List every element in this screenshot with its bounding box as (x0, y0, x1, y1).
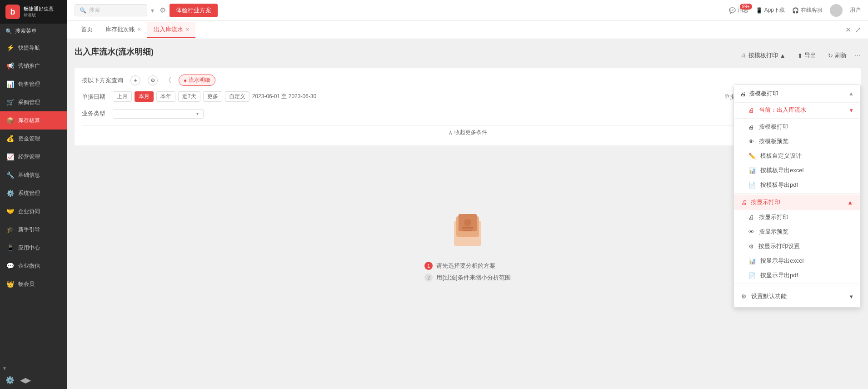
dropdown-template-export-excel[interactable]: 📊 按模板导出excel (734, 163, 860, 178)
message-button[interactable]: 💬 消息 99+ (729, 6, 748, 14)
filter-active-tag[interactable]: ● 流水明细 (179, 75, 215, 86)
filter-settings-button[interactable]: ⚙ (148, 75, 158, 85)
settings-icon[interactable]: ⚙️ (5, 376, 15, 384)
sidebar-item-inventory[interactable]: 📦 库存核算 (0, 111, 67, 130)
date-btn-custom[interactable]: 自定义 (225, 91, 249, 102)
collapse-icon[interactable]: ◀▶ (20, 376, 31, 384)
sidebar-item-system[interactable]: ⚙️ 系统管理 (0, 184, 67, 202)
current-template-arrow: ▾ (850, 107, 853, 114)
tab-batch-account-close[interactable]: × (138, 26, 141, 33)
date-btn-last-month[interactable]: 上月 (113, 91, 132, 102)
apps-icon: 📱 (5, 243, 15, 252)
app-download-button[interactable]: 📱 App下载 (756, 6, 785, 14)
dropdown-header: 🖨 按模板打印 ▲ (734, 85, 860, 103)
tab-flow[interactable]: 出入库流水 × (147, 22, 195, 38)
dropdown-template-preview[interactable]: 👁 按模板预览 (734, 134, 860, 149)
dropdown-display-print[interactable]: 🖨 按显示打印 (734, 210, 860, 224)
dropdown-display-export-pdf[interactable]: 📄 按显示导出pdf (734, 268, 860, 283)
tab-flow-close[interactable]: × (186, 26, 189, 33)
step-number-2: 2 (424, 274, 433, 282)
dropdown-title: 🖨 按模板打印 (740, 90, 778, 98)
current-template-label: 当前：出入库流水 (759, 106, 806, 114)
filter-tag-label: 流水明细 (189, 76, 210, 84)
sidebar-item-label: 快捷导航 (18, 44, 40, 52)
step-1-text: 请先选择要分析的方案 (436, 262, 495, 270)
empty-step-2: 2 用[过滤]条件来缩小分析范围 (424, 274, 510, 282)
close-window-icon[interactable]: ✕ (845, 25, 851, 34)
sidebar-item-label: 应用中心 (18, 244, 40, 252)
sidebar-item-apps[interactable]: 📱 应用中心 (0, 239, 67, 257)
template-pdf-icon: 📄 (748, 182, 756, 189)
maximize-window-icon[interactable]: ⤢ (855, 25, 861, 34)
customer-service-label: 在线客服 (801, 6, 823, 14)
sidebar-item-operations[interactable]: 📈 经营管理 (0, 148, 67, 166)
basic-icon: 🔧 (5, 170, 15, 180)
print-template-button[interactable]: 🖨 按模板打印 ▲ (737, 50, 789, 61)
collapse-icon: ∧ (449, 130, 453, 136)
export-label: 导出 (804, 51, 816, 60)
date-btn-7days[interactable]: 近7天 (178, 91, 200, 102)
refresh-button[interactable]: ↻ 刷新 (824, 50, 850, 61)
sidebar-item-label: 经营管理 (18, 153, 40, 161)
sidebar-item-basic[interactable]: 🔧 基础信息 (0, 166, 67, 184)
template-excel-icon: 📊 (748, 167, 756, 174)
tab-batch-account[interactable]: 库存批次账 × (99, 22, 147, 38)
template-custom-icon: ✏️ (748, 153, 756, 160)
search-icon: 🔍 (80, 7, 86, 14)
filter-collapse-button[interactable]: 《 (165, 76, 171, 85)
user-avatar[interactable] (830, 4, 843, 17)
page-content-area: 出入库流水(流水明细) 🖨 按模板打印 ▲ ⬆ 导出 ↻ 刷新 (67, 39, 868, 389)
sidebar-item-label: 新手引导 (18, 226, 40, 234)
export-button[interactable]: ⬆ 导出 (794, 50, 820, 61)
member-icon: 👑 (5, 279, 15, 289)
display-pdf-icon: 📄 (748, 272, 756, 279)
more-actions-icon[interactable]: ··· (855, 51, 861, 60)
set-default-icon: ⚙ (741, 293, 747, 300)
set-default-arrow: ▾ (850, 293, 853, 300)
topbar-gear-icon[interactable]: ⚙ (160, 6, 166, 15)
dropdown-current-template[interactable]: 🖨 当前：出入库流水 ▾ (734, 103, 860, 117)
topbar-dropdown-arrow[interactable]: ▾ (151, 7, 154, 14)
dropdown-display-export-excel[interactable]: 📊 按显示导出excel (734, 254, 860, 268)
dropdown-set-default[interactable]: ⚙ 设置默认功能 ▾ (741, 289, 853, 304)
inventory-icon: 📦 (5, 116, 15, 125)
date-btn-more[interactable]: 更多 (203, 91, 222, 102)
sidebar-item-wechat[interactable]: 💬 企业微信 (0, 257, 67, 275)
dropdown-template-print[interactable]: 🖨 按模板打印 (734, 120, 860, 134)
customer-service-button[interactable]: 🎧 在线客服 (792, 6, 823, 14)
sidebar-item-label: 基础信息 (18, 171, 40, 179)
filter-add-button[interactable]: + (130, 75, 140, 85)
sidebar-item-marketing[interactable]: 📢 营销推广 (0, 57, 67, 75)
dropdown-template-custom[interactable]: ✏️ 模板自定义设计 (734, 149, 860, 163)
page-top-right-actions: 🖨 按模板打印 ▲ ⬆ 导出 ↻ 刷新 ··· (737, 50, 861, 61)
dropdown-collapse-arrow[interactable]: ▲ (848, 90, 854, 97)
global-search[interactable]: 🔍 搜索 (75, 4, 147, 16)
svg-rect-4 (462, 227, 473, 229)
sidebar-search-item[interactable]: 🔍 搜索菜单 (0, 24, 67, 39)
sidebar-scroll-down[interactable]: ▼ (0, 365, 9, 371)
display-print-settings-icon: ⚙ (748, 243, 754, 250)
industry-solution-button[interactable]: 体验行业方案 (170, 4, 218, 17)
search-placeholder: 搜索 (89, 6, 100, 14)
sidebar-item-sales[interactable]: 📊 销售管理 (0, 75, 67, 93)
refresh-label: 刷新 (835, 51, 847, 60)
dropdown-template-export-pdf[interactable]: 📄 按模板导出pdf (734, 178, 860, 192)
dropdown-display-preview[interactable]: 👁 按显示预览 (734, 224, 860, 239)
sidebar-item-quick-nav[interactable]: ⚡ 快捷导航 (0, 39, 67, 57)
date-btn-this-month[interactable]: 本月 (135, 91, 154, 102)
guide-icon: 🎓 (5, 225, 15, 234)
dropdown-display-print-settings[interactable]: ⚙ 按显示打印设置 (734, 239, 860, 254)
export-icon: ⬆ (798, 52, 803, 59)
sidebar-item-purchase[interactable]: 🛒 采购管理 (0, 93, 67, 111)
tab-flow-label: 出入库流水 (154, 25, 183, 34)
sidebar-item-member[interactable]: 👑 畅会员 (0, 275, 67, 293)
sidebar-item-finance[interactable]: 💰 资金管理 (0, 130, 67, 148)
sidebar-item-guide[interactable]: 🎓 新手引导 (0, 220, 67, 239)
print-icon-header: 🖨 (740, 90, 746, 97)
user-name: 用户 (850, 6, 861, 14)
business-type-select[interactable]: ▾ (113, 109, 204, 119)
dropdown-display-print-section[interactable]: 🖨 按显示打印 ▲ (734, 194, 860, 210)
sidebar-item-cooperation[interactable]: 🤝 企业协同 (0, 202, 67, 220)
date-btn-this-year[interactable]: 本年 (156, 91, 175, 102)
tab-home[interactable]: 首页 (75, 22, 99, 38)
